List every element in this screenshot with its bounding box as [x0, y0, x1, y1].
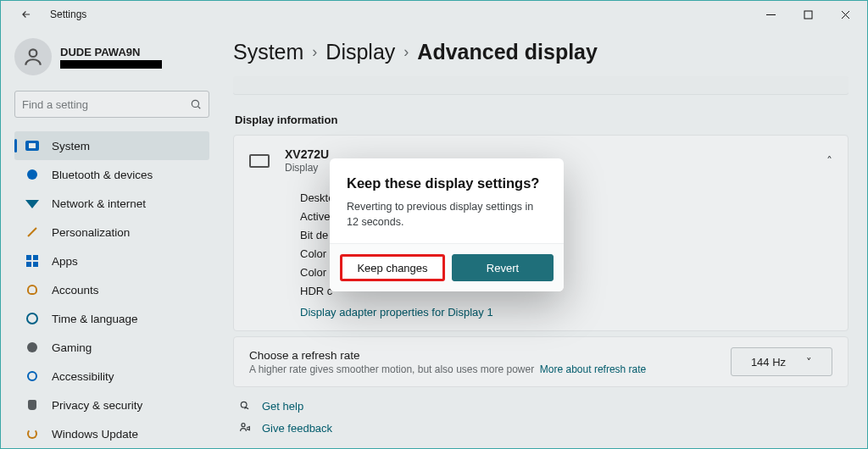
avatar	[14, 38, 52, 75]
give-feedback-row[interactable]: Give feedback	[238, 421, 849, 435]
system-icon	[25, 141, 39, 151]
adapter-properties-link[interactable]: Display adapter properties for Display 1	[300, 306, 832, 319]
paintbrush-icon	[27, 227, 36, 236]
nav-label: Accessibility	[52, 370, 114, 383]
display-sub: Display	[285, 162, 329, 174]
refresh-rate-value: 144 Hz	[751, 356, 786, 369]
svg-point-3	[241, 402, 247, 407]
breadcrumb-display[interactable]: Display	[326, 40, 395, 64]
search-input[interactable]	[22, 98, 190, 111]
profile-block[interactable]: DUDE PAWA9N	[14, 38, 209, 75]
nav-list: System Bluetooth & devices Network & int…	[14, 131, 209, 448]
nav-label: Time & language	[52, 313, 138, 325]
nav-item-personalization[interactable]: Personalization	[14, 218, 209, 247]
account-icon	[27, 285, 37, 295]
nav-label: Personalization	[52, 226, 130, 239]
refresh-rate-dropdown[interactable]: 144 Hz ˅	[731, 347, 832, 376]
display-name: XV272U	[285, 147, 329, 161]
nav-item-time[interactable]: Time & language	[14, 304, 209, 333]
nav-label: Network & internet	[52, 197, 146, 210]
refresh-rate-card: Choose a refresh rate A higher rate give…	[233, 336, 849, 387]
feedback-icon	[238, 421, 252, 435]
accessibility-icon	[27, 371, 37, 381]
window-maximize-button[interactable]	[789, 3, 826, 26]
back-button[interactable]	[8, 3, 45, 26]
nav-label: Gaming	[52, 341, 92, 354]
dialog-title: Keep these display settings?	[347, 175, 547, 191]
nav-item-update[interactable]: Windows Update	[14, 419, 209, 448]
chevron-right-icon: ›	[312, 43, 317, 61]
top-card-skeleton	[233, 76, 849, 95]
breadcrumb: System › Display › Advanced display	[233, 40, 849, 64]
dialog-message: Reverting to previous display settings i…	[347, 200, 547, 230]
keep-changes-button[interactable]: Keep changes	[340, 254, 445, 281]
nav-item-network[interactable]: Network & internet	[14, 189, 209, 218]
search-icon	[190, 98, 202, 110]
nav-label: System	[52, 140, 90, 152]
chevron-down-icon: ˅	[806, 356, 812, 369]
monitor-icon	[249, 154, 270, 168]
update-icon	[27, 429, 37, 439]
gaming-icon	[27, 342, 37, 352]
breadcrumb-advanced: Advanced display	[417, 40, 598, 64]
user-email-redacted	[60, 60, 162, 69]
nav-item-accessibility[interactable]: Accessibility	[14, 362, 209, 391]
refresh-sub: A higher rate gives smoother motion, but…	[249, 363, 534, 375]
person-icon	[22, 46, 44, 68]
chevron-right-icon: ›	[403, 43, 409, 61]
nav-item-bluetooth[interactable]: Bluetooth & devices	[14, 160, 209, 189]
wifi-icon	[25, 200, 39, 208]
nav-item-system[interactable]: System	[14, 131, 209, 160]
nav-label: Apps	[52, 255, 78, 268]
get-help-label: Get help	[262, 400, 303, 413]
chevron-up-icon[interactable]: ˄	[826, 154, 832, 168]
username: DUDE PAWA9N	[60, 46, 162, 58]
search-input-wrapper[interactable]	[14, 91, 209, 118]
titlebar: Settings	[1, 1, 867, 28]
sidebar: DUDE PAWA9N System Bluetooth & devices N…	[1, 28, 218, 449]
svg-rect-0	[804, 11, 812, 19]
section-title: Display information	[235, 114, 849, 126]
nav-item-apps[interactable]: Apps	[14, 247, 209, 275]
refresh-title: Choose a refresh rate	[249, 349, 646, 362]
help-icon	[238, 399, 252, 413]
nav-item-accounts[interactable]: Accounts	[14, 275, 209, 304]
give-feedback-label: Give feedback	[262, 422, 332, 435]
refresh-more-link[interactable]: More about refresh rate	[540, 363, 646, 375]
window-minimize-button[interactable]	[752, 3, 789, 26]
nav-label: Privacy & security	[52, 399, 142, 412]
nav-item-gaming[interactable]: Gaming	[14, 333, 209, 362]
get-help-row[interactable]: Get help	[238, 399, 849, 413]
clock-icon	[26, 313, 38, 324]
apps-icon	[26, 255, 38, 267]
breadcrumb-system[interactable]: System	[233, 40, 303, 64]
revert-button[interactable]: Revert	[452, 254, 554, 281]
window-close-button[interactable]	[826, 3, 864, 26]
nav-label: Windows Update	[52, 428, 138, 441]
nav-label: Accounts	[52, 284, 99, 297]
nav-item-privacy[interactable]: Privacy & security	[14, 391, 209, 419]
nav-label: Bluetooth & devices	[52, 169, 153, 181]
shield-icon	[28, 400, 36, 410]
bluetooth-icon	[27, 169, 37, 180]
svg-point-2	[192, 100, 198, 107]
window-title: Settings	[50, 8, 86, 20]
keep-settings-dialog: Keep these display settings? Reverting t…	[330, 158, 564, 291]
svg-point-1	[30, 49, 37, 57]
svg-point-4	[242, 424, 245, 427]
